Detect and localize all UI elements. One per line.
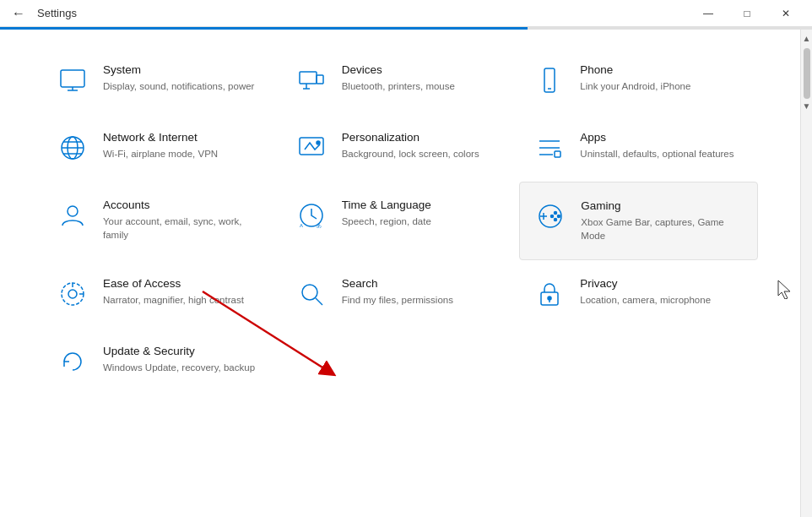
ease-icon (56, 277, 89, 311)
setting-text-gaming: Gaming Xbox Game Bar, captures, Game Mod… (581, 199, 744, 242)
setting-text-search: Search Find my files, permissions (342, 277, 453, 307)
gaming-icon (533, 199, 567, 233)
setting-name-apps: Apps (580, 131, 734, 144)
privacy-icon (533, 277, 566, 311)
window-title: Settings (37, 7, 77, 19)
setting-desc-devices: Bluetooth, printers, mouse (342, 79, 455, 93)
svg-point-30 (68, 290, 77, 298)
setting-text-personalization: Personalization Background, lock screen,… (342, 131, 479, 161)
setting-item-gaming[interactable]: Gaming Xbox Game Bar, captures, Game Mod… (519, 182, 758, 260)
setting-desc-apps: Uninstall, defaults, optional features (580, 147, 734, 161)
svg-rect-0 (61, 70, 84, 87)
setting-name-time: Time & Language (342, 199, 431, 211)
accounts-icon (56, 199, 89, 232)
setting-desc-system: Display, sound, notifications, power (103, 79, 254, 93)
setting-name-phone: Phone (580, 63, 690, 76)
setting-text-privacy: Privacy Location, camera, microphone (580, 277, 711, 307)
setting-text-devices: Devices Bluetooth, printers, mouse (342, 63, 455, 93)
svg-point-26 (558, 215, 560, 218)
setting-desc-phone: Link your Android, iPhone (580, 79, 690, 93)
svg-rect-14 (300, 138, 323, 155)
close-button[interactable]: ✕ (766, 0, 805, 27)
setting-text-accounts: Accounts Your account, email, sync, work… (103, 199, 268, 242)
setting-name-ease: Ease of Access (103, 277, 244, 290)
system-icon (56, 63, 89, 97)
setting-name-system: System (103, 63, 254, 76)
setting-desc-personalization: Background, lock screen, colors (342, 147, 479, 161)
update-icon (56, 345, 89, 378)
setting-item-network[interactable]: Network & Internet Wi-Fi, airplane mode,… (42, 114, 281, 182)
setting-desc-search: Find my files, permissions (342, 293, 453, 307)
settings-area: System Display, sound, notifications, po… (0, 30, 800, 517)
svg-point-36 (548, 297, 551, 300)
svg-rect-19 (555, 151, 560, 157)
svg-point-28 (551, 215, 554, 218)
main-content: System Display, sound, notifications, po… (0, 30, 812, 517)
svg-point-20 (68, 206, 78, 216)
setting-text-ease: Ease of Access Narrator, magnifier, high… (103, 277, 244, 307)
setting-desc-time: Speech, region, date (342, 215, 431, 228)
window-controls: — □ ✕ (689, 0, 805, 27)
setting-desc-update: Windows Update, recovery, backup (103, 361, 255, 374)
setting-name-personalization: Personalization (342, 131, 479, 144)
personalization-icon (295, 131, 328, 165)
time-icon: A あ (295, 199, 328, 232)
setting-item-system[interactable]: System Display, sound, notifications, po… (42, 46, 281, 114)
svg-point-33 (302, 285, 317, 300)
minimize-button[interactable]: — (689, 0, 728, 27)
search-icon (295, 277, 328, 311)
setting-item-apps[interactable]: Apps Uninstall, defaults, optional featu… (519, 114, 758, 182)
scroll-thumb[interactable] (804, 48, 810, 99)
setting-desc-network: Wi-Fi, airplane mode, VPN (103, 147, 218, 161)
setting-name-network: Network & Internet (103, 131, 218, 144)
setting-item-search[interactable]: Search Find my files, permissions (281, 260, 520, 328)
svg-point-15 (317, 141, 320, 144)
svg-text:A: A (300, 223, 303, 228)
setting-item-update[interactable]: Update & Security Windows Update, recove… (42, 328, 281, 395)
svg-text:あ: あ (317, 223, 322, 229)
setting-text-network: Network & Internet Wi-Fi, airplane mode,… (103, 131, 218, 161)
setting-desc-gaming: Xbox Game Bar, captures, Game Mode (581, 215, 744, 242)
setting-item-devices[interactable]: Devices Bluetooth, printers, mouse (281, 46, 520, 114)
setting-item-ease[interactable]: Ease of Access Narrator, magnifier, high… (42, 260, 281, 328)
svg-line-34 (316, 298, 322, 305)
setting-text-time: Time & Language Speech, region, date (342, 199, 431, 228)
scroll-up[interactable]: ▲ (801, 31, 813, 45)
scrollbar[interactable]: ▲ ▼ (800, 30, 812, 517)
setting-text-apps: Apps Uninstall, defaults, optional featu… (580, 131, 734, 161)
setting-item-privacy[interactable]: Privacy Location, camera, microphone (519, 260, 758, 328)
setting-item-phone[interactable]: Phone Link your Android, iPhone (519, 46, 758, 114)
devices-icon (295, 63, 328, 97)
progress-fill (0, 27, 528, 30)
scroll-down[interactable]: ▼ (801, 99, 813, 112)
setting-text-update: Update & Security Windows Update, recove… (103, 345, 255, 374)
setting-text-system: System Display, sound, notifications, po… (103, 63, 254, 93)
svg-rect-4 (317, 75, 323, 84)
setting-desc-ease: Narrator, magnifier, high contrast (103, 293, 244, 307)
setting-desc-privacy: Location, camera, microphone (580, 293, 711, 307)
setting-name-update: Update & Security (103, 345, 255, 357)
setting-item-accounts[interactable]: Accounts Your account, email, sync, work… (42, 182, 281, 260)
setting-name-devices: Devices (342, 63, 455, 76)
svg-point-25 (555, 212, 557, 215)
maximize-button[interactable]: □ (728, 0, 766, 27)
setting-name-accounts: Accounts (103, 199, 268, 211)
setting-text-phone: Phone Link your Android, iPhone (580, 63, 690, 93)
back-button[interactable]: ← (7, 2, 30, 25)
setting-name-gaming: Gaming (581, 199, 744, 212)
title-bar: ← Settings — □ ✕ (0, 0, 812, 27)
settings-grid: System Display, sound, notifications, po… (42, 46, 758, 395)
svg-point-27 (555, 219, 557, 221)
setting-desc-accounts: Your account, email, sync, work, family (103, 215, 268, 242)
setting-item-personalization[interactable]: Personalization Background, lock screen,… (281, 114, 520, 182)
setting-name-search: Search (342, 277, 453, 290)
phone-icon (533, 63, 566, 97)
setting-name-privacy: Privacy (580, 277, 711, 290)
apps-icon (533, 131, 566, 165)
progress-bar (0, 27, 812, 30)
network-icon (56, 131, 89, 165)
svg-rect-3 (300, 72, 317, 84)
setting-item-time[interactable]: A あ Time & Language Speech, region, date (281, 182, 520, 260)
